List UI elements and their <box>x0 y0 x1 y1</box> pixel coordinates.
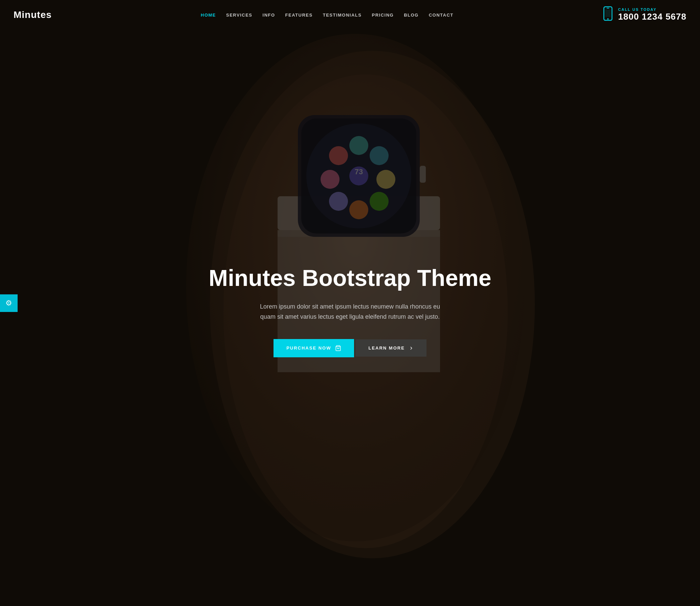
gear-icon: ⚙ <box>5 299 12 308</box>
chevron-right-icon <box>409 346 414 351</box>
svg-rect-22 <box>607 8 609 8</box>
nav-item-info: INFO <box>263 12 275 18</box>
mobile-phone-icon <box>603 6 613 21</box>
hero-description: Lorem ipsum dolor sit amet ipsum lectus … <box>257 301 443 322</box>
learn-more-button[interactable]: LEARN MORE <box>355 339 426 357</box>
nav-item-services: SERVICES <box>226 12 253 18</box>
nav-link-features[interactable]: FEATURES <box>285 13 313 18</box>
nav-link-services[interactable]: SERVICES <box>226 13 253 18</box>
nav-item-features: FEATURES <box>285 12 313 18</box>
hero-buttons: PURCHASE NOW LEARN MORE <box>274 339 426 357</box>
nav-item-contact: CONTACT <box>429 12 454 18</box>
navbar: Minutes HOME SERVICES INFO FEATURES TEST… <box>0 0 700 29</box>
hero-content: Minutes Bootstrap Theme Lorem ipsum dolo… <box>0 29 700 606</box>
nav-link-info[interactable]: INFO <box>263 13 275 18</box>
hero-section: 73 ⚙ Minutes HOME SERVICES INFO <box>0 0 700 606</box>
svg-rect-24 <box>605 9 611 17</box>
hero-title: Minutes Bootstrap Theme <box>209 265 491 291</box>
purchase-label: PURCHASE NOW <box>286 345 331 351</box>
learn-label: LEARN MORE <box>368 345 404 351</box>
call-us-label: CALL US TODAY <box>618 7 686 12</box>
nav-link-contact[interactable]: CONTACT <box>429 13 454 18</box>
brand-logo[interactable]: Minutes <box>14 9 52 20</box>
nav-link-blog[interactable]: BLOG <box>404 13 419 18</box>
phone-text-block: CALL US TODAY 1800 1234 5678 <box>618 7 686 22</box>
settings-button[interactable]: ⚙ <box>0 294 18 312</box>
cart-icon <box>335 345 341 351</box>
nav-item-testimonials: TESTIMONIALS <box>323 12 362 18</box>
nav-link-pricing[interactable]: PRICING <box>372 13 394 18</box>
nav-item-blog: BLOG <box>404 12 419 18</box>
svg-point-23 <box>607 18 609 20</box>
nav-link-testimonials[interactable]: TESTIMONIALS <box>323 13 362 18</box>
phone-section: CALL US TODAY 1800 1234 5678 <box>603 6 686 23</box>
phone-icon <box>603 6 613 23</box>
purchase-now-button[interactable]: PURCHASE NOW <box>274 339 354 357</box>
nav-item-home: HOME <box>201 12 216 18</box>
phone-number[interactable]: 1800 1234 5678 <box>618 12 686 22</box>
nav-item-pricing: PRICING <box>372 12 394 18</box>
nav-links: HOME SERVICES INFO FEATURES TESTIMONIALS… <box>201 12 454 18</box>
nav-link-home[interactable]: HOME <box>201 13 216 18</box>
